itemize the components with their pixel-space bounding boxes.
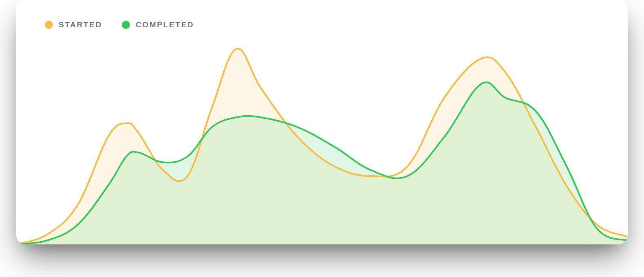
chart-plot — [16, 0, 628, 244]
chart-svg — [16, 0, 628, 244]
chart-card: STARTED COMPLETED — [16, 0, 628, 244]
